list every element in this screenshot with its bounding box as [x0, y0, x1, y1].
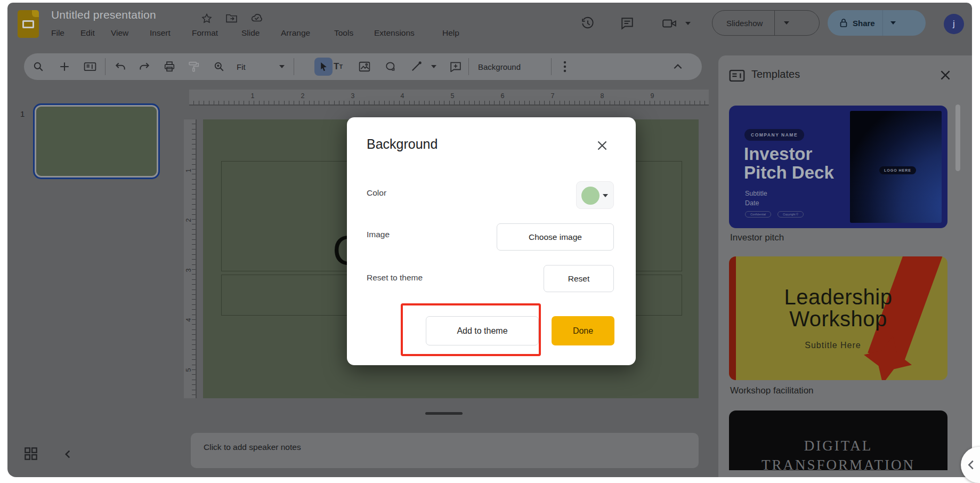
choose-image-button[interactable]: Choose image — [497, 223, 614, 251]
star-icon[interactable] — [201, 13, 212, 24]
template-title: DIGITAL TRANSFORMATION — [729, 436, 947, 470]
cloud-status-icon[interactable] — [251, 13, 263, 24]
filmstrip-view-icon[interactable] — [84, 61, 96, 72]
move-folder-icon[interactable] — [226, 13, 237, 24]
ruler-tick: 2 — [185, 219, 193, 222]
share-chevron-down-icon[interactable] — [890, 21, 896, 25]
templates-icon — [729, 69, 745, 82]
vertical-ruler: 1 2 3 4 5 — [184, 119, 197, 398]
more-options-icon[interactable] — [563, 61, 566, 73]
horizontal-ruler: 1 2 3 4 5 6 7 8 9 — [189, 90, 709, 106]
ruler-tick: 6 — [501, 92, 505, 100]
dialog-title: Background — [367, 136, 438, 152]
menu-slide[interactable]: Slide — [241, 28, 260, 38]
insert-image-icon[interactable] — [359, 61, 370, 72]
zoom-chevron-down-icon[interactable] — [279, 65, 285, 68]
ruler-tick: 2 — [301, 92, 305, 100]
reset-button[interactable]: Reset — [544, 265, 614, 292]
speaker-notes-placeholder: Click to add speaker notes — [204, 442, 301, 452]
reset-row-label: Reset to theme — [367, 273, 423, 283]
paint-format-icon[interactable] — [188, 61, 200, 73]
collapse-toolbar-icon[interactable] — [673, 63, 683, 70]
close-panel-icon[interactable] — [939, 69, 951, 81]
slideshow-chevron-down-icon[interactable] — [784, 21, 789, 25]
template-card-digital-transformation[interactable]: DIGITAL TRANSFORMATION — [729, 410, 947, 470]
ruler-tick: 3 — [185, 269, 193, 272]
template-caption: Workshop facilitation — [730, 385, 814, 396]
templates-panel-title: Templates — [751, 68, 800, 80]
background-color-picker[interactable] — [576, 181, 614, 209]
image-row-label: Image — [367, 230, 390, 239]
color-row-label: Color — [367, 188, 386, 198]
menu-arrange[interactable]: Arrange — [281, 28, 310, 38]
redo-icon[interactable] — [139, 61, 150, 72]
template-subtitle: Subtitle Date — [745, 189, 767, 208]
add-slide-icon[interactable] — [59, 61, 70, 72]
template-cover-image: LOGO HERE — [850, 111, 942, 223]
close-dialog-icon[interactable] — [596, 140, 608, 151]
background-toolbar-button[interactable]: Background — [478, 62, 521, 71]
template-title: Investor Pitch Deck — [744, 145, 834, 182]
menu-view[interactable]: View — [111, 28, 128, 38]
select-tool-active[interactable] — [314, 58, 333, 76]
template-tag: Copyright © — [777, 211, 804, 218]
avatar[interactable]: j — [944, 14, 964, 34]
slides-logo-icon[interactable] — [18, 10, 39, 38]
document-title[interactable]: Untitled presentation — [51, 9, 156, 21]
grid-view-icon[interactable] — [24, 447, 38, 461]
screen: Untitled presentation File Edit View Ins… — [0, 0, 980, 483]
share-label: Share — [853, 19, 875, 28]
slideshow-label: Slideshow — [712, 19, 763, 28]
meet-video-icon[interactable] — [662, 17, 677, 30]
search-icon[interactable] — [33, 61, 44, 72]
menu-file[interactable]: File — [51, 28, 64, 38]
ruler-tick: 1 — [185, 169, 193, 173]
template-subtitle: Subtitle Here — [729, 341, 937, 350]
ruler-tick: 9 — [651, 92, 654, 100]
undo-icon[interactable] — [115, 61, 126, 72]
done-button[interactable]: Done — [552, 316, 614, 345]
ruler-tick: 5 — [451, 92, 455, 100]
template-card-leadership-workshop[interactable]: Leadership Workshop Subtitle Here — [729, 256, 947, 380]
share-button[interactable]: Share — [828, 10, 926, 36]
menu-help[interactable]: Help — [442, 28, 459, 38]
notes-resize-handle[interactable] — [425, 412, 463, 415]
logo-here-pill: LOGO HERE — [879, 166, 916, 174]
text-box-icon[interactable]: TT — [334, 61, 343, 72]
version-history-icon[interactable] — [581, 17, 595, 30]
insert-comment-icon[interactable] — [450, 61, 461, 72]
ruler-tick: 8 — [601, 92, 604, 100]
menu-tools[interactable]: Tools — [334, 28, 353, 38]
menu-extensions[interactable]: Extensions — [374, 28, 415, 38]
speaker-notes[interactable]: Click to add speaker notes — [191, 433, 699, 468]
line-chevron-down-icon[interactable] — [431, 65, 436, 68]
menu-insert[interactable]: Insert — [150, 28, 171, 38]
template-caption: Investor pitch — [730, 232, 784, 243]
main-toolbar: Fit TT Background — [24, 53, 702, 80]
meet-chevron-down-icon[interactable] — [685, 22, 691, 25]
panel-scrollbar[interactable] — [955, 104, 960, 171]
slide-thumbnail-selected[interactable] — [35, 105, 158, 178]
chevron-left-icon — [967, 460, 975, 470]
template-title: Leadership Workshop — [729, 286, 947, 330]
ruler-tick: 1 — [251, 92, 255, 100]
company-name-pill: COMPANY NAME — [744, 129, 804, 141]
insert-shape-icon[interactable] — [385, 61, 397, 72]
ruler-tick: 3 — [351, 92, 355, 100]
zoom-select[interactable]: Fit — [237, 62, 246, 71]
collapse-filmstrip-chevron-left-icon[interactable] — [63, 449, 72, 459]
menu-format[interactable]: Format — [192, 28, 218, 38]
comments-icon[interactable] — [620, 17, 634, 30]
ruler-tick: 5 — [185, 368, 193, 372]
insert-line-icon[interactable] — [411, 61, 422, 72]
ruler-tick: 7 — [551, 92, 555, 100]
menu-edit[interactable]: Edit — [80, 28, 95, 38]
print-icon[interactable] — [164, 61, 175, 73]
zoom-icon[interactable] — [214, 61, 224, 72]
template-card-investor-pitch[interactable]: LOGO HERE COMPANY NAME Investor Pitch De… — [729, 106, 947, 228]
ruler-tick: 4 — [401, 92, 404, 100]
swatch-chevron-down-icon — [603, 194, 608, 197]
slide-number: 1 — [20, 109, 25, 118]
color-swatch — [581, 187, 600, 205]
slideshow-button[interactable]: Slideshow — [712, 10, 820, 36]
